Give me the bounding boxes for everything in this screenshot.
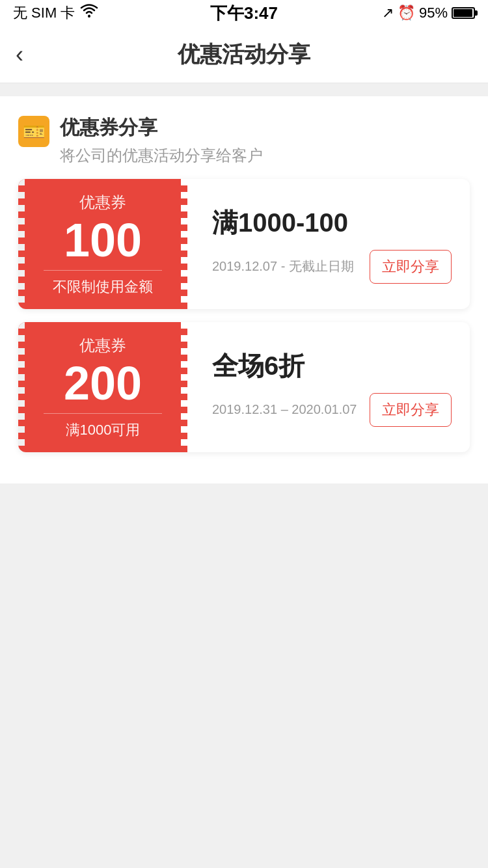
back-button[interactable]: ‹ [16,41,23,68]
location-icon: ↗ [382,5,394,21]
coupon-bottom-1: 2019.12.31 – 2020.01.07 立即分享 [212,393,452,427]
status-bar: 无 SIM 卡 下午3:47 ↗ ⏰ 95% [0,0,488,26]
coupon-amount-1: 200 [64,360,142,407]
carrier-label: 无 SIM 卡 [13,3,75,23]
coupon-amount-0: 100 [64,217,142,264]
coupon-left-1: 优惠券 200 满1000可用 [18,322,187,452]
coupon-right-0: 满1000-100 2019.12.07 - 无截止日期 立即分享 [194,179,470,309]
coupon-condition-0: 不限制使用金额 [53,277,153,297]
battery-icon [452,7,475,19]
wifi-icon [80,4,98,22]
coupon-right-1: 全场6折 2019.12.31 – 2020.01.07 立即分享 [194,322,470,452]
section-title: 优惠券分享 [60,115,263,141]
coupon-left-0: 优惠券 100 不限制使用金额 [18,179,187,309]
svg-point-0 [88,15,90,18]
coupon-icon: 🎫 [18,116,49,147]
coupon-card: 优惠券 100 不限制使用金额 满1000-100 2019.12.07 - 无… [18,179,470,309]
coupon-list: 优惠券 100 不限制使用金额 满1000-100 2019.12.07 - 无… [0,179,488,483]
section-divider [0,83,488,96]
section-header: 🎫 优惠券分享 将公司的优惠活动分享给客户 [0,96,488,179]
coupon-divider-0 [44,270,162,271]
coupon-type-1: 优惠券 [79,335,126,356]
coupon-date-0: 2019.12.07 - 无截止日期 [212,258,363,275]
coupon-name-0: 满1000-100 [212,205,452,241]
share-button-0[interactable]: 立即分享 [370,250,452,284]
section-subtitle: 将公司的优惠活动分享给客户 [60,145,263,166]
alarm-icon: ⏰ [398,5,415,21]
status-left: 无 SIM 卡 [13,3,98,23]
battery-percent: 95% [419,5,448,21]
coupon-bottom-0: 2019.12.07 - 无截止日期 立即分享 [212,250,452,284]
coupon-condition-1: 满1000可用 [66,420,141,440]
status-time: 下午3:47 [210,2,278,25]
page-title: 优惠活动分享 [178,40,310,70]
status-right: ↗ ⏰ 95% [382,5,475,21]
section-text: 优惠券分享 将公司的优惠活动分享给客户 [60,115,263,166]
coupon-divider-1 [44,413,162,414]
coupon-date-1: 2019.12.31 – 2020.01.07 [212,402,363,417]
share-button-1[interactable]: 立即分享 [370,393,452,427]
coupon-name-1: 全场6折 [212,348,452,384]
main-empty-area [0,483,488,868]
nav-bar: ‹ 优惠活动分享 [0,26,488,83]
coupon-card-1: 优惠券 200 满1000可用 全场6折 2019.12.31 – 2020.0… [18,322,470,452]
section-icon-wrapper: 🎫 [18,116,49,147]
coupon-type-0: 优惠券 [79,192,126,213]
